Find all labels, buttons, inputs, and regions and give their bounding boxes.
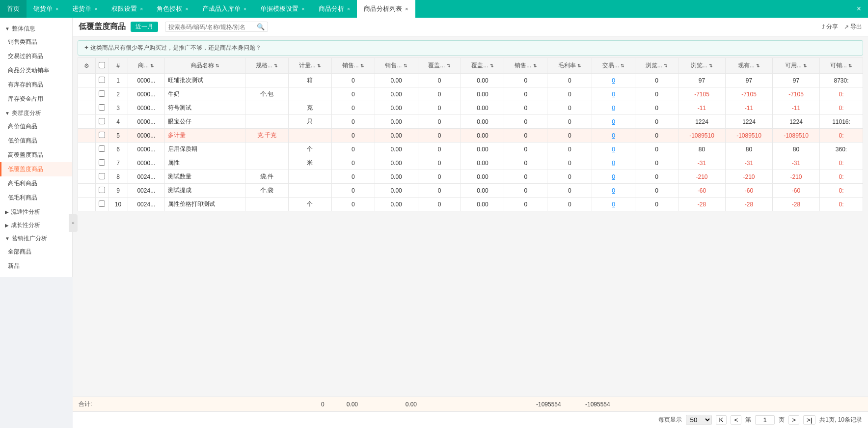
nav-permission-settings[interactable]: 权限设置 × [105,0,150,18]
row-available-stock: -1089510 [773,129,820,143]
sidebar-section-coverage[interactable]: ▼ 类群度分析 [0,106,72,119]
current-page-input[interactable] [755,415,775,425]
sidebar-item-high-value[interactable]: 高价值商品 [0,119,72,134]
search-input[interactable] [168,24,257,30]
sidebar-item-low-coverage[interactable]: 低覆盖度商品 [0,162,72,176]
nav-product-analysis-list[interactable]: 商品分析列表 × [357,0,415,18]
row-checkbox[interactable] [96,74,108,87]
row-sellable: 0: [820,129,863,143]
nav-home[interactable]: 首页 [0,0,27,18]
close-icon[interactable]: × [301,6,304,12]
nav-sales-order[interactable]: 销货单 × [27,0,65,18]
sidebar-item-traded-goods[interactable]: 交易过的商品 [0,49,72,63]
col-sales-qty[interactable]: 销售... ⇅ [331,58,375,74]
sidebar-item-stocked-goods[interactable]: 有库存的商品 [0,78,72,92]
row-transaction[interactable]: 0 [592,129,635,143]
sidebar-item-sales-goods[interactable]: 销售类商品 [0,35,72,49]
col-current-stock[interactable]: 现有... ⇅ [726,58,773,74]
row-checkbox[interactable] [96,170,108,184]
nav-role-auth[interactable]: 角色授权 × [150,0,195,18]
sidebar-item-new-goods[interactable]: 新品 [0,259,72,273]
sidebar-item-stock-capital[interactable]: 库存资金占用 [0,92,72,106]
close-icon[interactable]: × [55,6,58,12]
row-checkbox[interactable] [96,156,108,170]
close-icon[interactable]: × [94,6,97,12]
sidebar-section-marketing[interactable]: ▼ 营销推广分析 [0,231,72,245]
row-transaction[interactable]: 0 [592,198,635,211]
col-code[interactable]: 商... ⇅ [128,58,164,74]
row-name[interactable]: 启用保质期 [164,143,245,156]
col-settings[interactable]: ⚙ [78,58,96,74]
window-close-button[interactable]: × [850,4,868,13]
row-name[interactable]: 测试数量 [164,170,245,184]
col-coverage1[interactable]: 覆盖... ⇅ [418,58,461,74]
select-all-checkbox[interactable] [99,62,105,68]
close-icon[interactable]: × [185,6,188,12]
period-button[interactable]: 近一月 [131,22,158,32]
row-checkbox[interactable] [96,129,108,143]
close-icon[interactable]: × [140,6,143,12]
row-checkbox[interactable] [96,87,108,101]
sidebar-item-high-coverage[interactable]: 高覆盖度商品 [0,148,72,162]
row-checkbox[interactable] [96,184,108,198]
close-icon[interactable]: × [244,6,246,12]
last-page-button[interactable]: >| [803,415,815,425]
row-transaction[interactable]: 0 [592,170,635,184]
prev-page-button[interactable]: < [731,415,741,425]
sidebar-section-growth[interactable]: ▶ 成长性分析 [0,218,72,231]
col-browse2[interactable]: 浏览... ⇅ [678,58,726,74]
row-transaction[interactable]: 0 [592,184,635,198]
row-current-stock: -31 [726,156,773,170]
row-name[interactable]: 测试提成 [164,184,245,198]
next-page-button[interactable]: > [788,415,799,425]
nav-product-analysis[interactable]: 商品分析 × [312,0,357,18]
nav-bill-template[interactable]: 单据模板设置 × [253,0,311,18]
sidebar-item-high-margin[interactable]: 高毛利商品 [0,176,72,191]
col-browse1[interactable]: 浏览... ⇅ [635,58,678,74]
col-available-stock[interactable]: 可用... ⇅ [773,58,820,74]
page-size-select[interactable]: 50 20 100 [686,415,712,425]
row-name[interactable]: 多计量 [164,129,245,143]
row-name[interactable]: 牛奶 [164,87,245,101]
row-transaction[interactable]: 0 [592,74,635,87]
row-browse1: 0 [635,184,678,198]
sidebar-item-low-margin[interactable]: 低毛利商品 [0,191,72,205]
row-name[interactable]: 符号测试 [164,101,245,115]
close-icon[interactable]: × [347,6,350,12]
row-name[interactable]: 属性 [164,156,245,170]
row-checkbox[interactable] [96,115,108,129]
share-button[interactable]: ⤴ 分享 [822,23,838,31]
sidebar-section-overall[interactable]: ▼ 整体信息 [0,22,72,35]
col-sales3[interactable]: 销售... ⇅ [504,58,547,74]
row-transaction[interactable]: 0 [592,143,635,156]
row-checkbox[interactable] [96,198,108,211]
export-button[interactable]: ↗ 导出 [844,23,862,31]
row-transaction[interactable]: 0 [592,101,635,115]
col-sales-amt[interactable]: 销售... ⇅ [375,58,418,74]
row-transaction[interactable]: 0 [592,156,635,170]
row-name[interactable]: 旺辅批次测试 [164,74,245,87]
row-available-stock: -60 [773,184,820,198]
nav-product-inbound[interactable]: 产成品入库单 × [195,0,253,18]
first-page-button[interactable]: K [716,415,727,425]
row-checkbox[interactable] [96,101,108,115]
sidebar-item-all-goods[interactable]: 全部商品 [0,245,72,259]
row-checkbox[interactable] [96,143,108,156]
col-spec[interactable]: 规格... ⇅ [245,58,288,74]
sidebar-section-flow[interactable]: ▶ 流通性分析 [0,205,72,218]
col-unit[interactable]: 计量... ⇅ [288,58,331,74]
sidebar-toggle-button[interactable]: « [69,214,78,232]
col-name[interactable]: 商品名称 ⇅ [164,58,245,74]
row-transaction[interactable]: 0 [592,87,635,101]
row-name[interactable]: 属性价格打印测试 [164,198,245,211]
row-name[interactable]: 眼宝公仔 [164,115,245,129]
sidebar-item-low-value[interactable]: 低价值商品 [0,134,72,148]
nav-purchase-order[interactable]: 进货单 × [65,0,104,18]
col-gross-margin[interactable]: 毛利率 ⇅ [547,58,592,74]
col-transaction[interactable]: 交易... ⇅ [592,58,635,74]
col-sellable[interactable]: 可销... ⇅ [820,58,863,74]
close-icon[interactable]: × [405,6,408,12]
col-coverage2[interactable]: 覆盖... ⇅ [461,58,504,74]
row-transaction[interactable]: 0 [592,115,635,129]
sidebar-item-category-rate[interactable]: 商品分类动销率 [0,63,72,78]
